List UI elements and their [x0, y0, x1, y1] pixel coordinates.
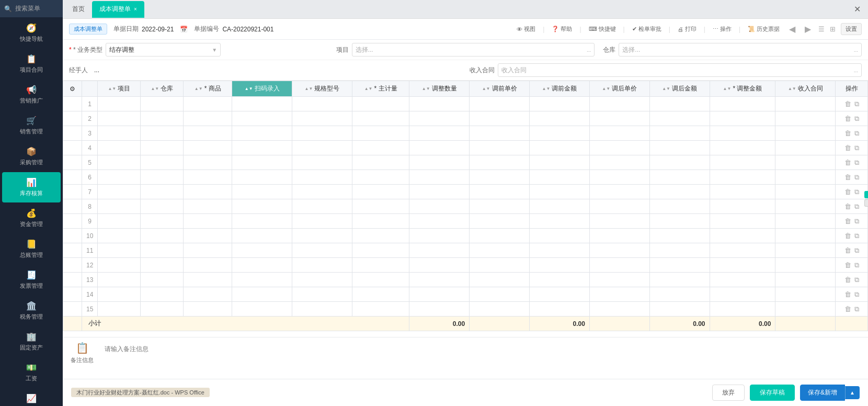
remarks-input[interactable] — [101, 342, 862, 363]
row-spec-cell[interactable] — [292, 111, 352, 126]
sidebar-item-invoice[interactable]: 🧾发票管理 — [2, 265, 61, 295]
row-prev-amount-cell[interactable] — [530, 273, 590, 287]
row-prev-amount-cell[interactable] — [530, 111, 590, 126]
handler-input[interactable]: ... — [91, 63, 248, 77]
row-project-cell[interactable] — [98, 273, 141, 287]
sidebar-search[interactable]: 🔍 搜索菜单 — [0, 0, 63, 17]
row-income-contract-cell[interactable] — [775, 273, 836, 287]
row-product-cell[interactable] — [184, 111, 232, 126]
row-delete-icon[interactable]: 🗑 — [844, 261, 851, 269]
row-warehouse-cell[interactable] — [141, 302, 184, 317]
row-spec-cell[interactable] — [292, 229, 352, 243]
row-warehouse-cell[interactable] — [141, 199, 184, 214]
row-prev-amount-cell[interactable] — [530, 199, 590, 214]
row-prev-price-cell[interactable] — [470, 126, 530, 141]
row-prev-amount-cell[interactable] — [530, 126, 590, 141]
row-adj-amount-cell[interactable] — [710, 229, 775, 243]
row-after-amount-cell[interactable] — [649, 141, 710, 155]
row-unit-cell[interactable] — [352, 243, 409, 258]
row-prev-price-cell[interactable] — [470, 258, 530, 273]
row-scan-cell[interactable] — [232, 111, 292, 126]
row-delete-icon[interactable]: 🗑 — [844, 290, 851, 298]
sidebar-item-ops[interactable]: 📈经营管理 — [2, 388, 61, 406]
row-after-price-cell[interactable] — [589, 126, 649, 141]
row-product-cell[interactable] — [184, 302, 232, 317]
row-adj-amount-cell[interactable] — [710, 170, 775, 185]
row-income-contract-cell[interactable] — [775, 155, 836, 170]
row-copy-icon[interactable]: ⧉ — [854, 159, 859, 167]
row-after-price-cell[interactable] — [589, 229, 649, 243]
row-adj-amount-cell[interactable] — [710, 97, 775, 111]
row-income-contract-cell[interactable] — [775, 302, 836, 317]
window-close-button[interactable]: ✕ — [849, 4, 866, 14]
row-income-contract-cell[interactable] — [775, 141, 836, 155]
row-after-amount-cell[interactable] — [649, 199, 710, 214]
row-warehouse-cell[interactable] — [141, 243, 184, 258]
row-spec-cell[interactable] — [292, 273, 352, 287]
row-prev-amount-cell[interactable] — [530, 141, 590, 155]
review-action[interactable]: ✔ 检单审批 — [630, 24, 664, 34]
sort-after-amount-icon[interactable]: ▲▼ — [662, 86, 670, 91]
row-after-price-cell[interactable] — [589, 243, 649, 258]
row-warehouse-cell[interactable] — [141, 185, 184, 199]
row-unit-cell[interactable] — [352, 155, 409, 170]
row-adj-amount-cell[interactable] — [710, 243, 775, 258]
sidebar-item-inventory[interactable]: 📊库存核算 — [2, 172, 61, 202]
row-warehouse-cell[interactable] — [141, 126, 184, 141]
row-delete-icon[interactable]: 🗑 — [844, 173, 851, 181]
row-delete-icon[interactable]: 🗑 — [844, 129, 851, 137]
row-product-cell[interactable] — [184, 287, 232, 302]
row-copy-icon[interactable]: ⧉ — [854, 173, 859, 182]
row-spec-cell[interactable] — [292, 97, 352, 111]
row-after-price-cell[interactable] — [589, 273, 649, 287]
row-after-amount-cell[interactable] — [649, 126, 710, 141]
row-copy-icon[interactable]: ⧉ — [854, 100, 859, 108]
row-unit-cell[interactable] — [352, 97, 409, 111]
row-prev-price-cell[interactable] — [470, 185, 530, 199]
biz-type-select[interactable]: 结存调整 ▼ — [106, 43, 221, 57]
row-copy-icon[interactable]: ⧉ — [854, 246, 859, 255]
row-income-contract-cell[interactable] — [775, 214, 836, 229]
row-income-contract-cell[interactable] — [775, 199, 836, 214]
row-warehouse-cell[interactable] — [141, 287, 184, 302]
row-after-amount-cell[interactable] — [649, 229, 710, 243]
row-income-contract-cell[interactable] — [775, 229, 836, 243]
row-unit-cell[interactable] — [352, 170, 409, 185]
row-after-amount-cell[interactable] — [649, 273, 710, 287]
row-prev-price-cell[interactable] — [470, 302, 530, 317]
save-new-main-button[interactable]: 保存&新增 — [800, 385, 845, 401]
row-warehouse-cell[interactable] — [141, 155, 184, 170]
row-after-amount-cell[interactable] — [649, 111, 710, 126]
row-prev-price-cell[interactable] — [470, 243, 530, 258]
row-unit-cell[interactable] — [352, 258, 409, 273]
row-spec-cell[interactable] — [292, 170, 352, 185]
row-product-cell[interactable] — [184, 185, 232, 199]
row-income-contract-cell[interactable] — [775, 97, 836, 111]
row-adj-qty-cell[interactable] — [409, 170, 470, 185]
row-adj-amount-cell[interactable] — [710, 258, 775, 273]
row-income-contract-cell[interactable] — [775, 170, 836, 185]
row-spec-cell[interactable] — [292, 302, 352, 317]
row-prev-price-cell[interactable] — [470, 155, 530, 170]
row-unit-cell[interactable] — [352, 199, 409, 214]
row-copy-icon[interactable]: ⧉ — [854, 276, 859, 284]
row-prev-price-cell[interactable] — [470, 229, 530, 243]
row-adj-amount-cell[interactable] — [710, 126, 775, 141]
row-prev-amount-cell[interactable] — [530, 97, 590, 111]
row-scan-cell[interactable] — [232, 170, 292, 185]
row-scan-cell[interactable] — [232, 214, 292, 229]
save-draft-button[interactable]: 保存草稿 — [750, 385, 795, 401]
row-after-price-cell[interactable] — [589, 97, 649, 111]
save-new-arrow-button[interactable]: ▲ — [845, 386, 860, 399]
row-project-cell[interactable] — [98, 155, 141, 170]
sidebar-item-project-contract[interactable]: 📋项目合同 — [2, 49, 61, 79]
row-after-price-cell[interactable] — [589, 111, 649, 126]
sort-warehouse-icon[interactable]: ▲▼ — [151, 86, 159, 91]
nav-next[interactable]: ▶ — [803, 24, 813, 34]
income-contract-input[interactable]: 收入合同 ... — [498, 63, 862, 77]
row-unit-cell[interactable] — [352, 126, 409, 141]
row-adj-qty-cell[interactable] — [409, 214, 470, 229]
discard-button[interactable]: 放弃 — [712, 385, 745, 401]
row-project-cell[interactable] — [98, 302, 141, 317]
row-prev-amount-cell[interactable] — [530, 185, 590, 199]
